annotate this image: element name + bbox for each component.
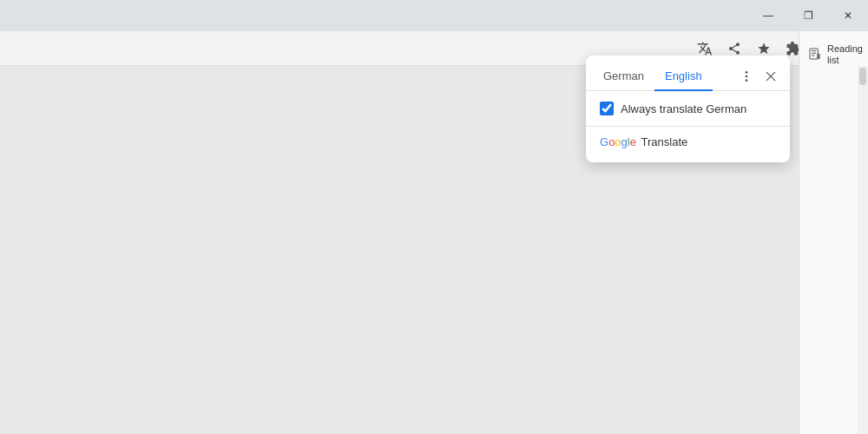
always-translate-row: Always translate German [600,102,776,115]
translate-popup-header: German English [586,56,790,91]
google-translate-text: Translate [641,135,688,148]
always-translate-checkbox[interactable] [600,102,614,115]
popup-menu-button[interactable] [734,64,759,89]
google-translate-link[interactable]: Google Translate [600,127,776,152]
reading-list-icon [808,47,822,63]
svg-point-12 [746,76,748,78]
reading-list-label: Reading list [827,43,863,66]
svg-rect-6 [810,49,818,59]
popup-more-icon [740,69,753,83]
close-button[interactable]: ✕ [828,0,868,31]
share-icon [727,42,741,56]
title-bar: — ❐ ✕ [0,0,868,31]
star-icon [757,42,771,56]
translate-popup-body: Always translate German Google Translate [586,91,790,162]
minimize-button[interactable]: — [748,0,788,31]
svg-rect-10 [817,54,820,59]
popup-close-button[interactable] [759,64,783,89]
translate-icon [697,41,713,56]
popup-close-icon [765,70,777,82]
restore-button[interactable]: ❐ [788,0,828,31]
scrollbar-thumb [859,68,866,85]
google-logo: Google [600,135,636,148]
source-lang-tab[interactable]: German [593,62,654,91]
title-bar-controls: — ❐ ✕ [748,0,868,31]
svg-point-13 [746,79,748,82]
translate-popup: German English Always translate German G… [586,56,790,162]
svg-point-11 [746,71,748,74]
scrollbar-area[interactable] [858,66,868,434]
target-lang-tab[interactable]: English [654,62,713,91]
always-translate-label: Always translate German [621,102,746,115]
